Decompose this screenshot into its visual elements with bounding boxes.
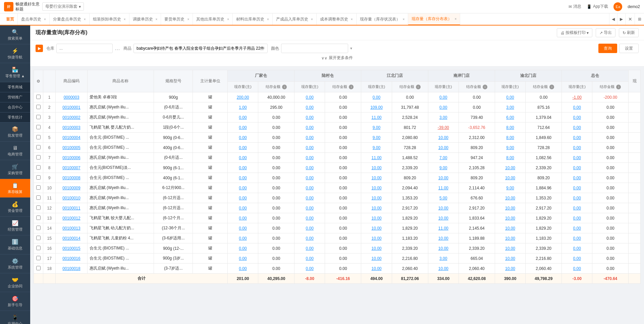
row-lc-qty[interactable]: 0.00 bbox=[294, 203, 325, 213]
row-total-qty[interactable]: 0.00 bbox=[562, 102, 592, 112]
sidebar-item-marketing[interactable]: 营销推广 bbox=[0, 92, 30, 102]
nav-expand[interactable]: ⊞ bbox=[635, 13, 644, 25]
tab-qitachuku[interactable]: 其他出库单历史 × bbox=[193, 13, 233, 25]
row-code[interactable]: 00100005 bbox=[56, 143, 87, 153]
info-icon[interactable]: i bbox=[349, 85, 354, 89]
row-settings[interactable] bbox=[34, 133, 43, 143]
row-lc-qty[interactable]: 0.00 bbox=[294, 253, 325, 264]
row-total-qty[interactable]: 0.00 bbox=[562, 112, 592, 123]
sidebar-item-ecommerce[interactable]: 🖥 电商管理 bbox=[0, 142, 30, 160]
row-settings[interactable] bbox=[34, 173, 43, 183]
row-yb-qty[interactable]: 10.00 bbox=[495, 223, 525, 233]
row-checkbox[interactable] bbox=[36, 135, 41, 139]
row-code[interactable]: 00100004 bbox=[56, 133, 87, 143]
row-code[interactable]: 00100008 bbox=[56, 173, 87, 183]
close-icon[interactable]: × bbox=[403, 17, 405, 21]
sidebar-item-retailmall[interactable]: 零售商城 bbox=[0, 82, 30, 92]
row-yb-qty[interactable]: 10.00 bbox=[495, 213, 525, 223]
row-checkbox[interactable] bbox=[36, 125, 41, 129]
row-jb-qty[interactable]: 10.00 bbox=[361, 183, 392, 193]
expand-more[interactable]: ∨∨ 展开更多条件 bbox=[36, 53, 639, 63]
row-code[interactable]: 00100002 bbox=[56, 112, 87, 123]
close-icon[interactable]: × bbox=[267, 17, 269, 21]
row-yb-qty[interactable]: 9.00 bbox=[495, 143, 525, 153]
sidebar-item-quicknav[interactable]: ⚡ 快捷导航 bbox=[0, 44, 30, 63]
row-jb-qty[interactable]: 10.00 bbox=[361, 233, 392, 243]
row-jb-qty[interactable]: 9.00 bbox=[361, 143, 392, 153]
row-yb-qty[interactable]: 10.00 bbox=[495, 193, 525, 203]
row-code[interactable]: 00100010 bbox=[56, 193, 87, 203]
row-checkbox[interactable] bbox=[36, 216, 41, 220]
row-checkbox[interactable] bbox=[36, 256, 41, 260]
sidebar-item-inventory[interactable]: 📋 库存核算 bbox=[0, 179, 30, 198]
sidebar-item-baseinfo[interactable]: ℹ️ 基础信息 bbox=[0, 235, 30, 254]
row-total-qty[interactable]: 0.00 bbox=[562, 173, 592, 183]
row-yb-qty[interactable]: 0.00 bbox=[495, 92, 525, 102]
nav-prev[interactable]: ◀ bbox=[609, 13, 617, 25]
close-icon[interactable]: × bbox=[156, 17, 158, 21]
sidebar-item-guide[interactable]: 🎯 新手引导 bbox=[0, 292, 30, 311]
sidebar-item-search[interactable]: 🔍 搜索英单 bbox=[0, 26, 30, 44]
close-icon[interactable]: × bbox=[44, 17, 46, 21]
sidebar-item-retailstat[interactable]: 零售统计 bbox=[0, 112, 30, 123]
row-na-qty[interactable]: 10.00 bbox=[428, 213, 459, 223]
row-code[interactable]: 00100006 bbox=[56, 153, 87, 163]
row-total-qty[interactable]: 0.00 bbox=[562, 223, 592, 233]
message-action[interactable]: ✉ 消息 bbox=[569, 4, 581, 9]
row-na-qty[interactable]: 3.00 bbox=[428, 253, 459, 264]
tab-cailiaochuku[interactable]: 材料出库单历史 × bbox=[233, 13, 273, 25]
row-code[interactable]: 0000003 bbox=[56, 92, 87, 102]
print-button[interactable]: 🖨 按模板打印 ▾ bbox=[557, 28, 592, 37]
row-settings[interactable] bbox=[34, 183, 43, 193]
row-code[interactable]: 00100013 bbox=[56, 223, 87, 233]
tab-xiancunzhuang[interactable]: 现存量（库存状况表） × bbox=[357, 13, 409, 25]
info-icon[interactable]: i bbox=[282, 85, 287, 89]
row-total-qty[interactable]: 0.00 bbox=[562, 233, 592, 243]
row-yb-qty[interactable]: 9.00 bbox=[495, 183, 525, 193]
sidebar-item-system[interactable]: ⚙️ 系统管理 bbox=[0, 254, 30, 273]
sidebar-item-operations[interactable]: 📈 经营管理 bbox=[0, 217, 30, 235]
row-na-qty[interactable]: 10.00 bbox=[428, 203, 459, 213]
row-checkbox[interactable] bbox=[36, 205, 41, 210]
sidebar-item-wholesale[interactable]: 📦 批发管理 bbox=[0, 123, 30, 141]
row-na-qty[interactable]: 9.00 bbox=[428, 163, 459, 173]
row-checkbox[interactable] bbox=[36, 115, 41, 119]
close-icon[interactable]: × bbox=[351, 17, 353, 21]
row-na-qty[interactable]: 10.00 bbox=[428, 173, 459, 183]
row-settings[interactable] bbox=[34, 264, 43, 274]
row-yb-qty[interactable]: 10.00 bbox=[495, 233, 525, 243]
row-code[interactable]: 00100015 bbox=[56, 243, 87, 253]
row-jb-qty[interactable]: 9.00 bbox=[361, 123, 392, 133]
row-total-qty[interactable]: 0.00 bbox=[562, 243, 592, 253]
row-checkbox[interactable] bbox=[36, 165, 41, 170]
row-jb-qty[interactable]: 10.00 bbox=[361, 213, 392, 223]
close-icon[interactable]: × bbox=[187, 17, 189, 21]
row-jb-qty[interactable]: 10.00 bbox=[361, 223, 392, 233]
sidebar-item-member[interactable]: 会员中心 bbox=[0, 102, 30, 112]
row-settings[interactable] bbox=[34, 233, 43, 243]
row-code[interactable]: 00100011 bbox=[56, 203, 87, 213]
row-na-qty[interactable]: 10.00 bbox=[428, 243, 459, 253]
row-total-qty[interactable]: 0.00 bbox=[562, 193, 592, 203]
row-na-qty[interactable]: 11.00 bbox=[428, 183, 459, 193]
row-na-qty[interactable]: -39.00 bbox=[428, 123, 459, 133]
row-fj-qty[interactable]: 0.00 bbox=[227, 213, 258, 223]
row-lc-qty[interactable]: 0.00 bbox=[294, 213, 325, 223]
goods-input[interactable] bbox=[133, 44, 268, 53]
row-fj-qty[interactable]: 0.00 bbox=[227, 203, 258, 213]
settings-button[interactable]: 设置 bbox=[619, 44, 639, 53]
nav-next[interactable]: ▶ bbox=[617, 13, 625, 25]
row-settings[interactable] bbox=[34, 253, 43, 264]
row-fj-qty[interactable]: 1.00 bbox=[227, 102, 258, 112]
sidebar-item-retail[interactable]: 🏪 零售管理 ▲ bbox=[0, 63, 30, 82]
row-fj-qty[interactable]: 0.00 bbox=[227, 133, 258, 143]
row-fj-qty[interactable]: 0.00 bbox=[227, 123, 258, 133]
row-lc-qty[interactable]: 0.00 bbox=[294, 92, 325, 102]
row-na-qty[interactable]: 11.00 bbox=[428, 223, 459, 233]
row-lc-qty[interactable]: 0.00 bbox=[294, 223, 325, 233]
sidebar-item-enterprise[interactable]: 🤝 企业协同 bbox=[0, 273, 30, 292]
row-settings[interactable] bbox=[34, 102, 43, 112]
row-jb-qty[interactable]: 10.00 bbox=[361, 193, 392, 203]
row-jb-qty[interactable]: 10.00 bbox=[361, 203, 392, 213]
row-fj-qty[interactable]: 0.00 bbox=[227, 112, 258, 123]
